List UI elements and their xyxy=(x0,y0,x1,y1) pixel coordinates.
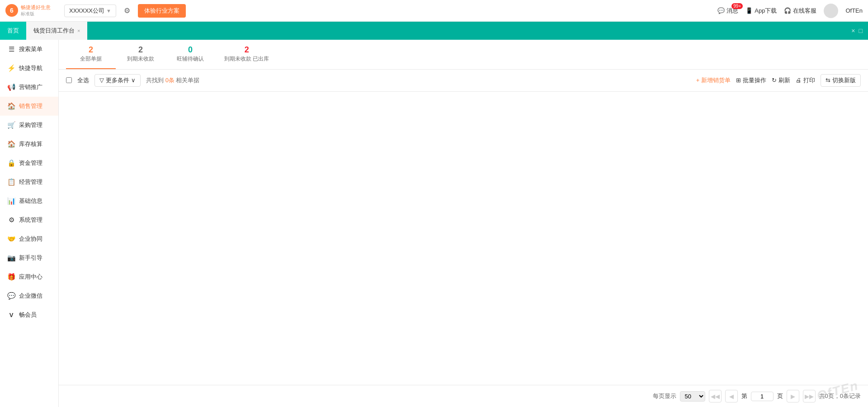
finance-icon: 🔒 xyxy=(7,159,15,167)
tab-restore-icon[interactable]: × xyxy=(851,27,855,34)
sidebar-item-finance[interactable]: 🔒 资金管理 xyxy=(0,154,58,173)
sidebar-item-quick-nav[interactable]: ⚡ 快捷导航 xyxy=(0,59,58,78)
page-label: 第 xyxy=(741,392,747,400)
sidebar-label-purchase-mgmt: 采购管理 xyxy=(19,121,42,129)
tab-shipped-label: 到期未收款 已出库 xyxy=(224,56,269,62)
page-input[interactable] xyxy=(751,392,774,401)
tab-close-icon[interactable]: × xyxy=(77,28,80,33)
tab-pending-confirm[interactable]: 0 旺辅待确认 xyxy=(165,40,215,69)
switch-icon: ⇆ xyxy=(826,77,830,84)
toolbar-right: + 新增销货单 ⊞ 批量操作 ↻ 刷新 🖨 打印 ⇆ xyxy=(696,74,861,87)
guide-icon: 📷 xyxy=(7,254,15,262)
sidebar-item-search-menu[interactable]: ☰ 搜索菜单 xyxy=(0,40,58,59)
workbench: 2 全部单据 2 到期未收款 0 旺辅待确认 2 到期未收款 已出库 xyxy=(59,40,868,407)
message-icon: 💬 xyxy=(717,7,725,14)
settings-button[interactable]: ⚙ xyxy=(120,4,134,18)
tab-all-orders[interactable]: 2 全部单据 xyxy=(66,40,116,69)
inventory-icon: 🏠 xyxy=(7,140,15,148)
filter-button[interactable]: ▽ 更多条件 ∨ xyxy=(94,74,141,87)
sidebar-item-operations[interactable]: 📋 经营管理 xyxy=(0,173,58,192)
sidebar-item-vip[interactable]: V 畅会员 xyxy=(0,305,58,324)
sidebar-item-marketing[interactable]: 📢 营销推广 xyxy=(0,78,58,97)
batch-label: 批量操作 xyxy=(743,76,766,84)
company-selector[interactable]: XXXXXX公司 ▼ xyxy=(64,5,116,17)
sidebar-label-app-center: 应用中心 xyxy=(19,273,42,281)
tab-shipped-unpaid[interactable]: 2 到期未收款 已出库 xyxy=(215,40,278,69)
logo-tag: 标准版 xyxy=(21,11,51,17)
select-all-checkbox[interactable] xyxy=(66,77,72,83)
switch-new-version-button[interactable]: ⇆ 切换新版 xyxy=(821,74,861,87)
tab-shipped-count: 2 xyxy=(224,45,269,55)
last-page-button[interactable]: ▶▶ xyxy=(803,390,816,402)
logo-text: 畅捷通好生意 xyxy=(21,4,51,10)
refresh-icon: ↻ xyxy=(772,77,777,84)
message-button[interactable]: 💬 消息 99+ xyxy=(717,7,738,15)
sidebar-label-sales-mgmt: 销售管理 xyxy=(19,102,42,110)
sidebar-item-app-center[interactable]: 🎁 应用中心 xyxy=(0,267,58,286)
print-label: 打印 xyxy=(803,76,815,84)
tab-overdue-label: 到期未收款 xyxy=(127,56,154,62)
found-count: 0条 xyxy=(165,77,175,84)
switch-label: 切换新版 xyxy=(832,76,856,84)
online-service-button[interactable]: 🎧 在线客服 xyxy=(784,7,816,15)
sidebar-item-guide[interactable]: 📷 新手引导 xyxy=(0,248,58,267)
app-icon: 📱 xyxy=(745,7,753,14)
sales-mgmt-icon: 🏠 xyxy=(7,102,15,110)
tab-maximize-icon[interactable]: □ xyxy=(859,27,863,34)
print-button[interactable]: 🖨 打印 xyxy=(796,76,815,84)
total-info: 共0页，0条记录 xyxy=(819,392,861,400)
sidebar-label-quick-nav: 快捷导航 xyxy=(19,64,42,72)
tab-overdue-count: 2 xyxy=(125,45,156,55)
sidebar-item-wechat-biz[interactable]: 💬 企业微信 xyxy=(0,286,58,305)
sidebar-label-system-mgmt: 系统管理 xyxy=(19,216,42,224)
sidebar-item-system-mgmt[interactable]: ⚙ 系统管理 xyxy=(0,211,58,229)
prev-page-button[interactable]: ◀ xyxy=(725,390,738,402)
sidebar-item-basic-info[interactable]: 📊 基础信息 xyxy=(0,192,58,211)
vip-icon: V xyxy=(7,312,15,318)
logo-area: 6 畅捷通好生意 标准版 xyxy=(5,4,64,17)
sidebar: ☰ 搜索菜单 ⚡ 快捷导航 📢 营销推广 🏠 销售管理 🛒 采购管理 🏠 库存核… xyxy=(0,40,59,407)
sidebar-label-search-menu: 搜索菜单 xyxy=(19,45,42,53)
header-right: 💬 消息 99+ 📱 App下载 🎧 在线客服 OfTEn xyxy=(717,4,863,18)
refresh-button[interactable]: ↻ 刷新 xyxy=(772,76,790,84)
found-suffix: 相关单据 xyxy=(176,77,199,84)
sidebar-label-cooperation: 企业协同 xyxy=(19,235,42,243)
tab-overdue-payment[interactable]: 2 到期未收款 xyxy=(116,40,165,69)
settings-icon: ⚙ xyxy=(124,6,130,15)
tab-pending-count: 0 xyxy=(175,45,206,55)
tab-all-count: 2 xyxy=(75,45,107,55)
tab-bar: 2 全部单据 2 到期未收款 0 旺辅待确认 2 到期未收款 已出库 xyxy=(59,40,868,70)
page-suffix: 页 xyxy=(777,392,783,400)
tab-all-label: 全部单据 xyxy=(80,56,102,62)
sidebar-label-vip: 畅会员 xyxy=(19,311,37,319)
company-name: XXXXXX公司 xyxy=(69,7,104,15)
batch-operation-button[interactable]: ⊞ 批量操作 xyxy=(736,76,766,84)
sidebar-item-sales-mgmt[interactable]: 🏠 销售管理 xyxy=(0,97,58,116)
company-dropdown-icon: ▼ xyxy=(106,8,111,14)
filter-label: 更多条件 xyxy=(106,76,129,84)
tab-workbench[interactable]: 钱货日清工作台 × xyxy=(26,22,87,40)
basic-info-icon: 📊 xyxy=(7,197,15,205)
add-sales-order-button[interactable]: + 新增销货单 xyxy=(696,76,731,84)
trial-button[interactable]: 体验行业方案 xyxy=(138,4,186,18)
app-label: App下载 xyxy=(755,7,777,15)
table-area xyxy=(59,92,868,385)
refresh-label: 刷新 xyxy=(778,76,790,84)
next-page-button[interactable]: ▶ xyxy=(787,390,799,402)
user-name[interactable]: OfTEn xyxy=(845,7,863,14)
avatar[interactable] xyxy=(824,4,838,18)
tab-pending-label: 旺辅待确认 xyxy=(177,56,204,62)
app-download-button[interactable]: 📱 App下载 xyxy=(745,7,777,15)
tab-home[interactable]: 首页 xyxy=(0,22,26,40)
sidebar-item-purchase-mgmt[interactable]: 🛒 采购管理 xyxy=(0,116,58,135)
sidebar-label-guide: 新手引导 xyxy=(19,254,42,262)
select-all-label: 全选 xyxy=(77,76,89,84)
filter-arrow-icon: ∨ xyxy=(131,77,136,84)
page-size-select[interactable]: 50 10 20 100 xyxy=(680,391,705,402)
sidebar-item-inventory[interactable]: 🏠 库存核算 xyxy=(0,135,58,154)
operations-icon: 📋 xyxy=(7,178,15,186)
sidebar-item-cooperation[interactable]: 🤝 企业协同 xyxy=(0,229,58,248)
first-page-button[interactable]: ◀◀ xyxy=(709,390,722,402)
content-area: 2 全部单据 2 到期未收款 0 旺辅待确认 2 到期未收款 已出库 xyxy=(59,40,868,407)
cooperation-icon: 🤝 xyxy=(7,235,15,243)
